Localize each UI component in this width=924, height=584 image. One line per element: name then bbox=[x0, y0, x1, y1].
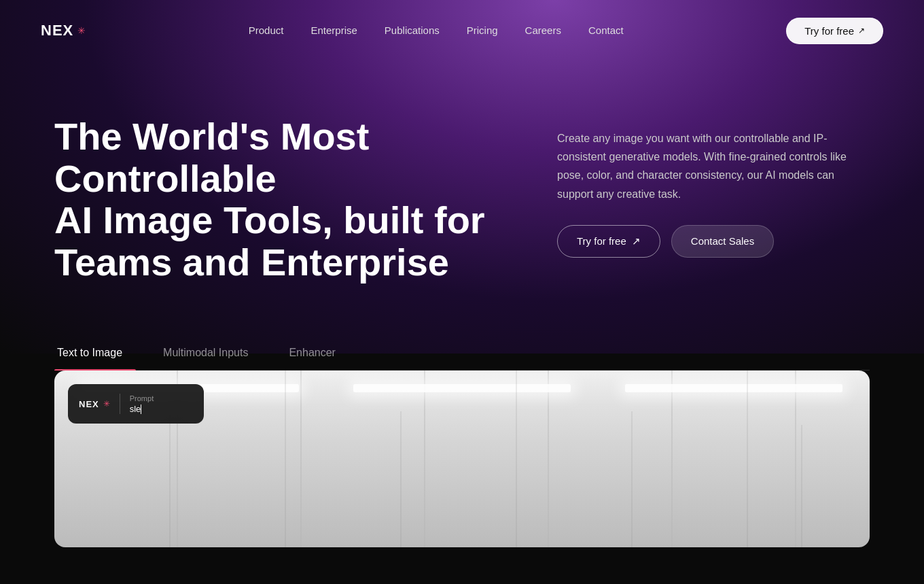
nav-item-pricing[interactable]: Pricing bbox=[467, 24, 498, 37]
prompt-text: sle bbox=[130, 404, 154, 415]
hero-try-free-arrow-icon: ↗ bbox=[632, 235, 641, 247]
hero-right: Create any image you want with our contr… bbox=[557, 116, 870, 258]
hero-section: The World's Most Controllable AI Image T… bbox=[0, 61, 924, 324]
logo-text: NEX bbox=[41, 22, 73, 39]
prompt-card-content: Prompt sle bbox=[130, 394, 154, 415]
hero-contact-sales-button[interactable]: Contact Sales bbox=[671, 225, 774, 258]
hero-description: Create any image you want with our contr… bbox=[557, 129, 870, 203]
prompt-card-divider bbox=[120, 394, 120, 414]
nav-item-product[interactable]: Product bbox=[249, 24, 284, 37]
nav-links: Product Enterprise Publications Pricing … bbox=[249, 24, 624, 37]
hero-buttons: Try for free ↗ Contact Sales bbox=[557, 225, 870, 258]
preview-area: NEX ✳ Prompt sle bbox=[54, 371, 870, 547]
tabs-section: Text to Image Multimodal Inputs Enhancer bbox=[0, 337, 924, 371]
prompt-card: NEX ✳ Prompt sle bbox=[68, 384, 204, 424]
prompt-card-logo-icon: ✳ bbox=[103, 399, 110, 409]
tabs-list: Text to Image Multimodal Inputs Enhancer bbox=[54, 337, 870, 371]
navigation: NEX ✳ Product Enterprise Publications Pr… bbox=[0, 0, 924, 61]
logo-snowflake-icon: ✳ bbox=[77, 25, 86, 36]
logo[interactable]: NEX ✳ bbox=[41, 22, 86, 39]
nav-item-publications[interactable]: Publications bbox=[385, 24, 440, 37]
tab-enhancer[interactable]: Enhancer bbox=[286, 337, 349, 370]
prompt-label: Prompt bbox=[130, 394, 154, 402]
hero-left: The World's Most Controllable AI Image T… bbox=[54, 116, 503, 283]
nav-item-contact[interactable]: Contact bbox=[588, 24, 624, 37]
hero-title: The World's Most Controllable AI Image T… bbox=[54, 116, 503, 283]
text-cursor bbox=[141, 405, 141, 414]
nav-item-enterprise[interactable]: Enterprise bbox=[310, 24, 357, 37]
tab-multimodal-inputs[interactable]: Multimodal Inputs bbox=[160, 337, 262, 370]
tab-text-to-image[interactable]: Text to Image bbox=[54, 337, 136, 370]
prompt-card-logo-text: NEX bbox=[79, 399, 99, 409]
nav-try-free-button[interactable]: Try for free ↗ bbox=[786, 18, 883, 44]
nav-cta-arrow-icon: ↗ bbox=[858, 26, 865, 35]
prompt-card-logo: NEX ✳ bbox=[79, 399, 110, 409]
hero-try-free-button[interactable]: Try for free ↗ bbox=[557, 225, 660, 258]
nav-item-careers[interactable]: Careers bbox=[525, 24, 561, 37]
